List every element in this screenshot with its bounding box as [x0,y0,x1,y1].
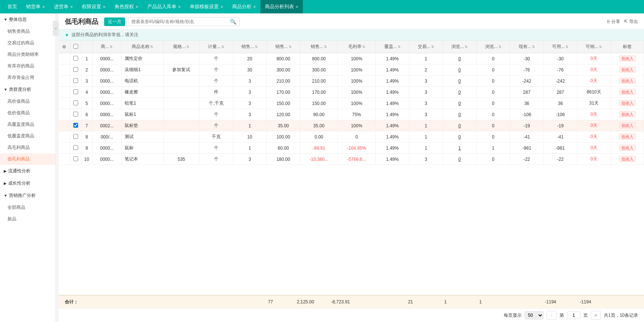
col-sellable[interactable]: 可销...⇅ [577,41,611,53]
browse1-value[interactable]: 0 [458,56,461,61]
col-sales-amount[interactable]: 销售...⇅ [300,41,338,53]
close-icon[interactable]: ✕ [178,5,181,9]
col-browse1-cell[interactable]: 0 [443,109,476,120]
sidebar-item-all-goods[interactable]: 全部商品 [0,202,55,213]
col-current[interactable]: 现有...⇅ [510,41,544,53]
row-checkbox[interactable] [73,67,78,72]
col-browse1-cell[interactable]: 0 [443,154,476,165]
next-page-btn[interactable]: ＞ [591,311,601,320]
row-checkbox[interactable] [73,145,78,150]
col-settings[interactable]: ⚙ [59,41,70,53]
close-icon[interactable]: ✕ [220,5,223,9]
browse1-value[interactable]: 0 [458,134,461,140]
col-spec[interactable]: 规格...⇅ [163,41,199,53]
row-checkbox[interactable] [73,156,78,161]
col-sales-price[interactable]: 销售...⇅ [266,41,300,53]
col-browse1-cell[interactable]: 0 [443,87,476,98]
col-gross-rate[interactable]: 毛利率⇅ [338,41,376,53]
col-browse1-cell[interactable]: 0 [443,131,476,143]
browse1-value[interactable]: 1 [458,146,461,151]
nav-item-products[interactable]: 产品品入库单 ✕ [143,0,185,13]
row-checkbox[interactable] [73,78,78,83]
col-browse2[interactable]: 浏览...⇅ [476,41,510,53]
col-browse1-cell[interactable]: 0 [443,64,476,76]
browse1-value[interactable]: 0 [458,67,461,73]
col-checkbox-cell[interactable] [70,87,81,98]
nav-item-sales[interactable]: 销货单 ✕ [22,0,49,13]
prev-page-btn[interactable]: ＜ [547,311,557,320]
close-icon[interactable]: ✕ [70,5,73,9]
sidebar-item-low-value[interactable]: 低价值商品 [0,107,55,119]
close-icon[interactable]: ✕ [295,5,298,9]
browse1-value[interactable]: 0 [458,123,461,128]
browse1-value[interactable]: 0 [458,112,461,117]
sidebar-item-high-value[interactable]: 高价值商品 [0,96,55,107]
export-button[interactable]: ⇱ 导出 [624,19,638,25]
browse1-value[interactable]: 0 [458,90,461,95]
sidebar-item-low-coverage[interactable]: 低覆盖度商品 [0,130,55,142]
nav-item-goods-analysis[interactable]: 商品分析 ✕ [228,0,260,13]
col-checkbox-cell[interactable] [70,154,81,165]
browse1-value[interactable]: 0 [458,101,461,106]
col-checkbox-cell[interactable] [70,143,81,154]
sidebar-item-new-goods[interactable]: 新品 [0,213,55,225]
sidebar-section-growth[interactable]: ▶ 成长性分析 [0,177,55,189]
col-name[interactable]: 商品名称⇅ [122,41,163,53]
sidebar-section-overview[interactable]: ▼ 整体信息 [0,13,55,26]
col-unit[interactable]: 计量...⇅ [199,41,233,53]
browse1-value[interactable]: 0 [458,157,461,162]
close-icon[interactable]: ✕ [253,5,256,9]
per-page-select[interactable]: 50 100 [525,311,544,319]
col-browse1-cell[interactable]: 0 [443,76,476,87]
search-input[interactable] [131,19,230,24]
row-checkbox[interactable] [73,56,78,61]
share-button[interactable]: ⎘ 分享 [607,19,620,25]
close-icon[interactable]: ✕ [42,5,45,9]
search-icon[interactable]: 🔍 [230,19,236,25]
col-checkbox[interactable] [70,41,81,53]
col-available[interactable]: 可用...⇅ [544,41,577,53]
nav-item-goods-list[interactable]: 商品分析列表 ✕ [260,0,303,13]
sidebar-item-traded-goods[interactable]: 交易过的商品 [0,37,55,49]
sidebar-section-cluster[interactable]: ▼ 类群度分析 [0,83,55,96]
sidebar-item-stock-capital[interactable]: 库存资金占用 [0,72,55,83]
col-checkbox-cell[interactable] [70,53,81,64]
nav-item-roles[interactable]: 角色授权 ✕ [110,0,143,13]
browse1-value[interactable]: 0 [458,79,461,84]
settings-icon[interactable]: ⚙ [62,44,66,50]
col-checkbox-cell[interactable] [70,131,81,143]
nav-item-home[interactable]: 首页 [3,0,22,13]
row-checkbox[interactable] [73,101,78,105]
sidebar-collapse-btn[interactable]: « [53,21,59,36]
sidebar-item-category-rate[interactable]: 商品分类助销率 [0,49,55,60]
sidebar-section-circulation[interactable]: ▶ 流通性分析 [0,165,55,177]
sidebar-item-low-margin[interactable]: 低毛利商品 [0,153,55,165]
col-checkbox-cell[interactable] [70,120,81,131]
col-checkbox-cell[interactable] [70,64,81,76]
col-sales-qty[interactable]: 销售...⇅ [233,41,266,53]
col-trade[interactable]: 交易...⇅ [409,41,443,53]
nav-item-templates[interactable]: 单据模板设置 ✕ [185,0,228,13]
col-checkbox-cell[interactable] [70,98,81,109]
col-checkbox-cell[interactable] [70,109,81,120]
page-num-input[interactable] [567,312,580,319]
sidebar-section-marketing[interactable]: ▼ 营销推广分析 [0,189,55,202]
col-browse1[interactable]: 浏览...⇅ [443,41,476,53]
col-browse1-cell[interactable]: 0 [443,98,476,109]
row-checkbox[interactable] [73,89,78,94]
row-checkbox[interactable] [73,112,78,117]
col-browse1-cell[interactable]: 0 [443,120,476,131]
sidebar-item-stocked-goods[interactable]: 有库存的商品 [0,60,55,72]
col-browse1-cell[interactable]: 1 [443,143,476,154]
row-checkbox[interactable] [73,123,78,128]
sidebar-item-high-coverage[interactable]: 高覆盖度商品 [0,119,55,130]
col-browse1-cell[interactable]: 0 [443,53,476,64]
sidebar-item-high-margin[interactable]: 高毛利商品 [0,142,55,153]
row-checkbox[interactable] [73,134,78,139]
select-all-checkbox[interactable] [73,44,78,49]
col-cover[interactable]: 覆盖...⇅ [376,41,409,53]
time-filter-btn[interactable]: 近一月 [104,17,125,26]
nav-item-permissions[interactable]: 权限设置 ✕ [77,0,110,13]
close-icon[interactable]: ✕ [135,5,138,9]
col-code[interactable]: 商...⇅ [92,41,122,53]
